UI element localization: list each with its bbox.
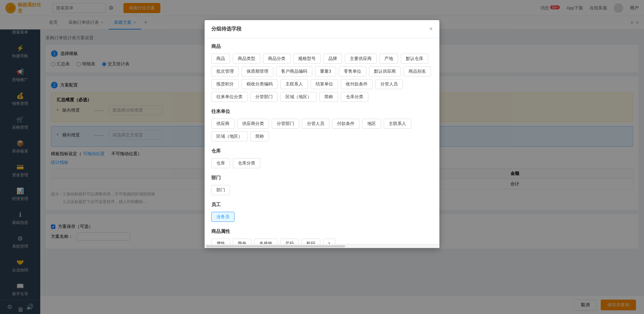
field-tag-alias[interactable]: 商品别名 [404, 66, 431, 76]
field-tag-abbrev[interactable]: 简称 [319, 92, 338, 102]
modal-horizontal-scrollbar[interactable] [205, 244, 439, 248]
field-tag-retail-unit[interactable]: 零售单位 [339, 66, 366, 76]
field-tag-shoe-size[interactable]: 鞋码 [302, 239, 320, 244]
department-fields: 部门 [211, 185, 433, 195]
field-tag-warehouse[interactable]: 仓库 [211, 158, 230, 168]
field-tag-brand[interactable]: 品牌 [323, 54, 342, 64]
product-fields: 商品 商品类型 商品分类 规格型号 品牌 主要供应商 产地 默认仓库 批次管理 … [211, 54, 433, 102]
field-tag-payment-cond[interactable]: 付款条件 [332, 119, 360, 129]
field-tag-attr[interactable]: 属性 [211, 239, 230, 244]
field-tag-size[interactable]: 尺码 [280, 239, 299, 244]
field-tag-abbrev2[interactable]: 简称 [250, 131, 269, 141]
warehouse-fields: 仓库 仓库分类 [211, 158, 433, 168]
field-tag-multispec[interactable]: 多规格 [254, 239, 277, 244]
modal-header: 分组待选字段 × [205, 20, 439, 38]
field-tag-counterpart-category[interactable]: 往来单位分类 [211, 92, 248, 102]
field-tag-manager2[interactable]: 分管人员 [302, 119, 329, 129]
field-tag-warehouse-category[interactable]: 仓库分类 [341, 92, 368, 102]
section-warehouse-title: 仓库 [211, 148, 433, 154]
field-tag-product-type[interactable]: 商品类型 [233, 54, 260, 64]
field-tag-origin[interactable]: 产地 [379, 54, 398, 64]
field-tag-manager[interactable]: 分管人员 [375, 79, 403, 89]
field-tag-settlement-unit[interactable]: 结算单位 [311, 79, 338, 89]
field-tag-color[interactable]: 颜色 [233, 239, 252, 244]
field-tag-weight[interactable]: 重量3 [315, 66, 336, 76]
field-tag-dept2[interactable]: 分管部门 [272, 119, 299, 129]
product-attr-fields: 属性 颜色 多规格 尺码 鞋码 1 [211, 239, 433, 244]
modal-close-button[interactable]: × [429, 25, 433, 33]
field-tag-tax-code[interactable]: 税收分类编码 [241, 79, 278, 89]
field-tag-supplier-category[interactable]: 供应商分类 [237, 119, 269, 129]
field-tag-warehouse-cat[interactable]: 仓库分类 [233, 158, 260, 168]
counterpart-fields: 供应商 供应商分类 分管部门 分管人员 付款条件 地区 主联系人 区域（地区） … [211, 119, 433, 141]
employee-fields: 业务员 [211, 212, 433, 222]
field-tag-department[interactable]: 部门 [211, 185, 230, 195]
field-tag-product[interactable]: 商品 [211, 54, 230, 64]
field-tag-dept[interactable]: 分管部门 [250, 92, 278, 102]
field-tag-product-category[interactable]: 商品分类 [263, 54, 290, 64]
field-tag-supplier[interactable]: 供应商 [211, 119, 234, 129]
field-tag-region2[interactable]: 区域（地区） [211, 131, 248, 141]
field-tag-one[interactable]: 1 [323, 239, 335, 244]
modal-title: 分组待选字段 [211, 26, 241, 32]
modal-overlay[interactable]: 分组待选字段 × 商品 商品 商品类型 商品分类 规格型号 品牌 主要供应商 产… [0, 0, 644, 314]
field-tag-payment-terms[interactable]: 收付款条件 [341, 79, 373, 89]
field-tag-main-supplier[interactable]: 主要供应商 [345, 54, 377, 64]
section-product-title: 商品 [211, 44, 433, 50]
section-product-attr-title: 商品属性 [211, 229, 433, 235]
field-tag-main-contact2[interactable]: 主联系人 [384, 119, 411, 129]
field-tag-salesperson[interactable]: 业务员 [211, 212, 234, 222]
field-tag-region[interactable]: 地区 [362, 119, 381, 129]
field-tag-customer-code[interactable]: 客户商品编码 [276, 66, 312, 76]
field-tag-pick-points[interactable]: 拣货积分 [211, 79, 239, 89]
field-tag-main-contact[interactable]: 主联系人 [280, 79, 308, 89]
modal-hscroll-thumb [206, 245, 345, 247]
field-tag-batch-mgmt[interactable]: 批次管理 [211, 66, 239, 76]
field-selection-modal: 分组待选字段 × 商品 商品 商品类型 商品分类 规格型号 品牌 主要供应商 产… [205, 20, 439, 248]
section-warehouse: 仓库 仓库 仓库分类 [211, 148, 433, 168]
field-tag-shelf-life[interactable]: 保质期管理 [241, 66, 273, 76]
field-tag-default-warehouse[interactable]: 默认仓库 [401, 54, 428, 64]
section-counterpart: 往来单位 供应商 供应商分类 分管部门 分管人员 付款条件 地区 主联系人 区域… [211, 109, 433, 141]
field-tag-region-product[interactable]: 区域（地区） [280, 92, 317, 102]
field-tag-spec-model[interactable]: 规格型号 [293, 54, 321, 64]
section-department-title: 部门 [211, 175, 433, 181]
modal-body: 商品 商品 商品类型 商品分类 规格型号 品牌 主要供应商 产地 默认仓库 批次… [205, 38, 439, 244]
section-employee-title: 员工 [211, 202, 433, 208]
section-department: 部门 部门 [211, 175, 433, 195]
section-employee: 员工 业务员 [211, 202, 433, 222]
section-product: 商品 商品 商品类型 商品分类 规格型号 品牌 主要供应商 产地 默认仓库 批次… [211, 44, 433, 102]
section-product-attr: 商品属性 属性 颜色 多规格 尺码 鞋码 1 [211, 229, 433, 244]
field-tag-default-supplier[interactable]: 默认供应商 [369, 66, 401, 76]
section-counterpart-title: 往来单位 [211, 109, 433, 115]
